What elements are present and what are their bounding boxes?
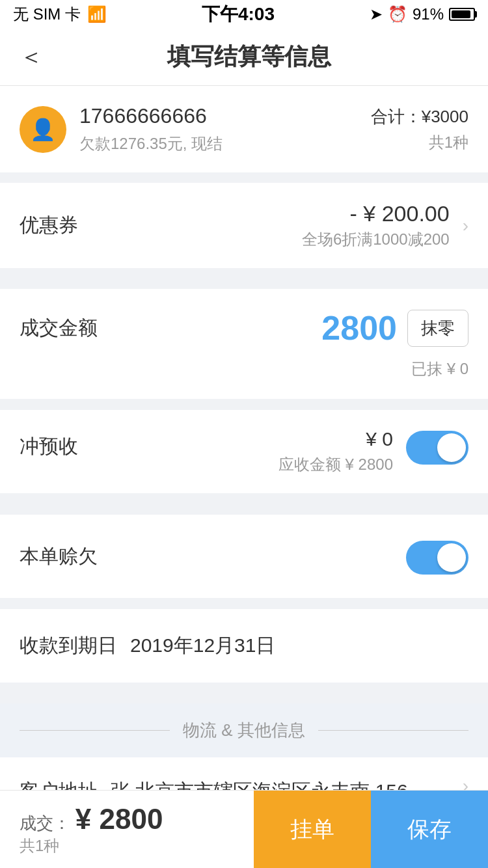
battery-percent: 91%: [413, 5, 444, 23]
status-right: ➤ ⏰ 91%: [370, 5, 475, 23]
avatar: 👤: [20, 106, 66, 153]
coupon-row[interactable]: 优惠券 - ¥ 200.00 全场6折满1000减200 ›: [0, 183, 488, 268]
avatar-icon: 👤: [30, 117, 56, 142]
back-button[interactable]: ＜: [20, 41, 43, 73]
bottom-deal-label: 成交：: [20, 813, 70, 833]
prepayment-right: ¥ 0 应收金额 ¥ 2800: [278, 428, 468, 475]
page-title: 填写结算等信息: [56, 41, 442, 73]
user-total: 合计：¥3000 共1种: [371, 105, 468, 153]
chevron-right-icon: ›: [463, 215, 468, 236]
coupon-desc: 全场6折满1000减200: [302, 229, 450, 250]
amount-sub: 已抹 ¥ 0: [411, 360, 468, 377]
amount-value: 2800: [321, 308, 397, 347]
amount-section: 成交金额 2800 抹零 已抹 ¥ 0: [0, 289, 488, 399]
due-date-row: 收款到期日 2019年12月31日: [0, 608, 488, 683]
user-info: 17666666666 欠款1276.35元, 现结: [79, 104, 223, 154]
status-time: 下午4:03: [202, 2, 275, 27]
prepayment-label: 冲预收: [20, 428, 78, 460]
user-debt: 欠款1276.35元, 现结: [79, 133, 223, 154]
user-phone: 17666666666: [79, 104, 223, 128]
debt-toggle[interactable]: [406, 541, 468, 575]
logistics-header: 物流 & 其他信息: [0, 703, 488, 757]
alarm-icon: ⏰: [388, 5, 407, 23]
section-divider-3: [0, 693, 488, 703]
status-left: 无 SIM 卡 📶: [13, 4, 107, 25]
round-button[interactable]: 抹零: [407, 310, 468, 347]
divider-line-right: [318, 730, 468, 731]
content-area: 👤 17666666666 欠款1276.35元, 现结 合计：¥3000 共1…: [0, 86, 488, 868]
wifi-icon: 📶: [87, 5, 107, 23]
amount-row: 成交金额 2800 抹零: [20, 308, 468, 347]
amount-sub-row: 已抹 ¥ 0: [20, 358, 468, 379]
hold-button-label: 挂单: [290, 815, 334, 845]
nav-bar: ＜ 填写结算等信息: [0, 29, 488, 86]
prepayment-sub: 应收金额 ¥ 2800: [278, 454, 393, 475]
section-divider-2: [0, 504, 488, 514]
save-button-label: 保存: [407, 815, 452, 845]
bottom-summary: 成交： ¥ 2800 共1种: [0, 803, 254, 856]
coupon-label: 优惠券: [20, 212, 78, 239]
sim-status: 无 SIM 卡: [13, 4, 81, 25]
section-divider-1: [0, 278, 488, 289]
toggle-knob-debt: [437, 543, 466, 572]
prepayment-toggle[interactable]: [406, 431, 468, 465]
user-left: 👤 17666666666 欠款1276.35元, 现结: [20, 104, 223, 154]
bottom-deal-row: 成交： ¥ 2800: [20, 803, 234, 835]
debt-label: 本单赊欠: [20, 543, 98, 570]
logistics-title: 物流 & 其他信息: [183, 719, 305, 742]
back-icon: ＜: [20, 43, 43, 70]
due-date-label: 收款到期日: [20, 632, 117, 659]
amount-label: 成交金额: [20, 315, 98, 342]
bottom-bar: 成交： ¥ 2800 共1种 挂单 保存: [0, 790, 488, 868]
prepayment-amounts: ¥ 0 应收金额 ¥ 2800: [278, 428, 393, 475]
coupon-discount: - ¥ 200.00: [302, 201, 450, 226]
debt-row: 本单赊欠: [0, 514, 488, 598]
toggle-knob: [437, 433, 466, 462]
hold-button[interactable]: 挂单: [254, 791, 371, 869]
prepayment-row: 冲预收 ¥ 0 应收金额 ¥ 2800: [0, 409, 488, 493]
divider-line-left: [20, 730, 170, 731]
total-amount: 合计：¥3000: [371, 105, 468, 128]
coupon-info: - ¥ 200.00 全场6折满1000减200: [302, 201, 450, 250]
coupon-right: - ¥ 200.00 全场6折满1000减200 ›: [302, 201, 468, 250]
amount-right: 2800 抹零: [321, 308, 468, 347]
battery-icon: [449, 8, 475, 21]
bottom-count: 共1种: [20, 835, 234, 856]
user-info-card: 👤 17666666666 欠款1276.35元, 现结 合计：¥3000 共1…: [0, 86, 488, 172]
save-button[interactable]: 保存: [371, 791, 488, 869]
total-count: 共1种: [371, 132, 468, 153]
status-bar: 无 SIM 卡 📶 下午4:03 ➤ ⏰ 91%: [0, 0, 488, 29]
location-icon: ➤: [370, 5, 383, 23]
bottom-deal-amount: ¥ 2800: [75, 803, 163, 835]
prepayment-amount: ¥ 0: [278, 428, 393, 450]
due-date-value: 2019年12月31日: [130, 632, 275, 659]
